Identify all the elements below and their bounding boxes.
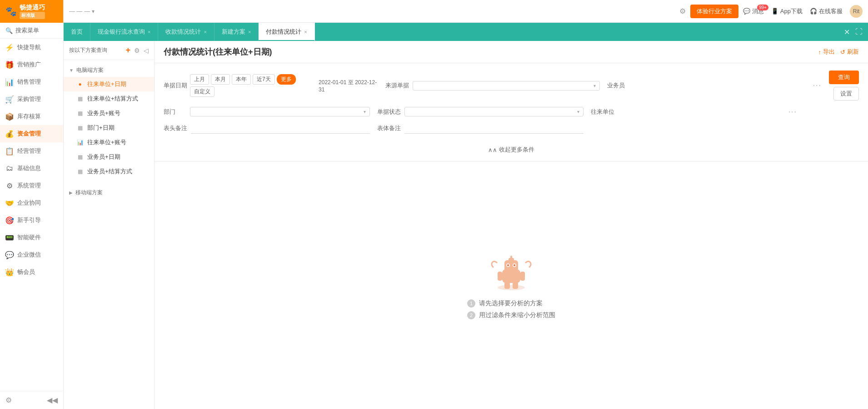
date-btn-this-month[interactable]: 本月 xyxy=(211,74,230,85)
tab-close-all-icon[interactable]: ✕ xyxy=(844,28,850,36)
scheme-dept-date[interactable]: ▦ 部门+日期 xyxy=(64,121,154,135)
scheme-collapse-icon[interactable]: ◁ xyxy=(144,47,149,54)
export-icon: ↑ xyxy=(818,49,822,56)
tab-new-plan-close[interactable]: × xyxy=(248,29,251,35)
topbar-gear-icon[interactable]: ⚙ xyxy=(679,7,686,15)
sidebar-item-basic[interactable]: 🗂 基础信息 xyxy=(0,160,63,177)
online-service-button[interactable]: 🎧 在线客服 xyxy=(810,7,843,15)
tab-payment[interactable]: 付款情况统计 × xyxy=(259,23,314,41)
collapse-sidebar-icon[interactable]: ◀◀ xyxy=(47,396,58,404)
desktop-group-arrow: ▼ xyxy=(69,68,74,73)
tab-receivable-label: 收款情况统计 xyxy=(165,28,201,36)
sidebar-item-system[interactable]: ⚙ 系统管理 xyxy=(0,177,63,194)
sidebar-item-label: 畅会员 xyxy=(17,268,35,276)
tab-receivable[interactable]: 收款情况统计 × xyxy=(158,23,214,41)
tab-receivable-close[interactable]: × xyxy=(204,29,206,35)
export-button[interactable]: ↑ 导出 xyxy=(818,48,835,56)
collapse-btn-area: ∧∧ 收起更多条件 xyxy=(164,140,859,154)
tab-new-plan-label: 新建方案 xyxy=(222,28,245,36)
header-note-input[interactable] xyxy=(191,123,370,134)
voucher-select[interactable]: ▾ xyxy=(404,107,584,116)
main-area: — — — ▾ ⚙ 体验行业方案 💬 消息 99+ 📱 App下载 🎧 在线客服… xyxy=(64,0,868,409)
message-badge: 99+ xyxy=(757,5,768,10)
sidebar-item-hardware[interactable]: 📟 智能硬件 xyxy=(0,229,63,246)
tab-home[interactable]: 首页 xyxy=(64,23,90,41)
mobile-group-toggle[interactable]: ▶ 移动端方案 xyxy=(64,186,154,199)
empty-tip-1-text: 请先选择要分析的方案 xyxy=(479,299,543,308)
sidebar-item-finance[interactable]: 💰 资金管理 xyxy=(0,125,63,142)
settings-icon[interactable]: ⚙ xyxy=(5,396,12,404)
message-button[interactable]: 💬 消息 99+ xyxy=(743,7,764,15)
tab-bank-flow-close[interactable]: × xyxy=(148,29,150,35)
collapse-filter-button[interactable]: ∧∧ 收起更多条件 xyxy=(488,146,534,154)
scheme-settings-icon[interactable]: ⚙ xyxy=(134,47,140,54)
partner-dots-menu[interactable]: ··· xyxy=(788,108,797,116)
scheme-partner-date[interactable]: ● 往来单位+日期 xyxy=(64,77,154,91)
scheme-staff-account[interactable]: ▦ 业务员+账号 xyxy=(64,106,154,121)
system-icon: ⚙ xyxy=(5,182,14,190)
sidebar: 🐾 畅捷通巧 标准版 🔍 搜索菜单 ⚡ 快捷导航 🎁 营销推广 📊 销售管理 🛒… xyxy=(0,0,64,409)
sidebar-item-marketing[interactable]: 🎁 营销推广 xyxy=(0,56,63,73)
date-label: 单据日期 xyxy=(164,81,186,90)
scheme-staff-settle[interactable]: ▦ 业务员+结算方式 xyxy=(64,164,154,179)
sidebar-item-wechat[interactable]: 💬 企业微信 xyxy=(0,246,63,263)
add-scheme-button[interactable]: + xyxy=(125,45,130,55)
query-button[interactable]: 查询 xyxy=(829,71,859,84)
filter-body-note-col: 表体备注 xyxy=(377,123,584,134)
sidebar-item-label: 企业协同 xyxy=(17,199,41,207)
service-icon: 🎧 xyxy=(810,8,817,15)
tab-expand-icon[interactable]: ⛶ xyxy=(855,28,863,36)
dept-select[interactable]: ▾ xyxy=(190,107,370,116)
sidebar-item-guide[interactable]: 🎯 新手引导 xyxy=(0,212,63,229)
date-btn-custom[interactable]: 自定义 xyxy=(190,86,215,97)
sidebar-item-vip[interactable]: 👑 畅会员 xyxy=(0,263,63,281)
tab-payment-close[interactable]: × xyxy=(304,29,307,35)
sidebar-item-quick-nav[interactable]: ⚡ 快捷导航 xyxy=(0,39,63,56)
staff-dots-menu[interactable]: ··· xyxy=(813,81,822,90)
sidebar-item-label: 企业微信 xyxy=(17,251,41,259)
date-btn-7days[interactable]: 近7天 xyxy=(253,74,275,85)
user-avatar[interactable]: Rit xyxy=(850,5,863,18)
app-download-button[interactable]: 📱 App下载 xyxy=(771,7,803,15)
date-btn-last-month[interactable]: 上月 xyxy=(190,74,209,85)
scheme-dept-date-label: 部门+日期 xyxy=(87,124,115,132)
scheme-partner-settle[interactable]: ▦ 往来单位+结算方式 xyxy=(64,91,154,106)
desktop-group-toggle[interactable]: ▼ 电脑端方案 xyxy=(64,64,154,77)
filter-area: 单据日期 上月 本月 本年 近7天 更多 自定义 2022-01-01 至 20… xyxy=(155,63,868,162)
scheme-query-label: 按以下方案查询 xyxy=(69,46,107,54)
trial-button[interactable]: 体验行业方案 xyxy=(690,5,738,18)
empty-state: 1 请先选择要分析的方案 2 用过滤条件来缩小分析范围 xyxy=(467,251,555,319)
refresh-button[interactable]: ↺ 刷新 xyxy=(840,48,859,56)
logo-text: 畅捷通巧 xyxy=(20,4,45,12)
sidebar-item-enterprise[interactable]: 🤝 企业协同 xyxy=(0,194,63,212)
sidebar-item-label: 系统管理 xyxy=(17,182,41,190)
page-title: 付款情况统计(往来单位+日期) xyxy=(164,46,272,57)
sidebar-nav: ⚡ 快捷导航 🎁 营销推广 📊 销售管理 🛒 采购管理 📦 库存核算 💰 资金管… xyxy=(0,39,63,391)
scheme-panel-icons: + ⚙ ◁ xyxy=(125,45,149,55)
svg-rect-8 xyxy=(510,256,512,258)
tab-bank-flow[interactable]: 现金银行流水查询 × xyxy=(90,23,158,41)
scheme-staff-settle-label: 业务员+结算方式 xyxy=(87,167,132,176)
search-menu[interactable]: 🔍 搜索菜单 xyxy=(0,23,63,39)
sidebar-item-inventory[interactable]: 📦 库存核算 xyxy=(0,108,63,125)
scheme-partner-settle-label: 往来单位+结算方式 xyxy=(87,95,138,103)
date-btn-this-year[interactable]: 本年 xyxy=(232,74,251,85)
settings-button[interactable]: 设置 xyxy=(833,87,859,101)
body-note-input[interactable] xyxy=(404,123,584,134)
scheme-staff-date[interactable]: ▦ 业务员+日期 xyxy=(64,150,154,164)
svg-rect-9 xyxy=(498,272,502,281)
sidebar-item-operations[interactable]: 📋 经营管理 xyxy=(0,142,63,160)
service-label: 在线客服 xyxy=(819,7,843,15)
filter-row-3: 表头备注 表体备注 xyxy=(164,123,859,134)
date-btn-more[interactable]: 更多 xyxy=(277,74,296,85)
scheme-partner-account[interactable]: 📊 往来单位+账号 xyxy=(64,135,154,150)
sidebar-item-purchase[interactable]: 🛒 采购管理 xyxy=(0,91,63,108)
sidebar-item-label: 营销推广 xyxy=(17,61,41,69)
sidebar-item-sales[interactable]: 📊 销售管理 xyxy=(0,73,63,91)
tab-new-plan[interactable]: 新建方案 × xyxy=(215,23,259,41)
scheme-staff-settle-icon: ▦ xyxy=(76,168,84,175)
page-header: 付款情况统计(往来单位+日期) ↑ 导出 ↺ 刷新 xyxy=(155,41,868,63)
tab-home-label: 首页 xyxy=(71,28,83,36)
scheme-partner-account-label: 往来单位+账号 xyxy=(87,138,126,146)
source-select[interactable]: ▾ xyxy=(413,81,600,91)
